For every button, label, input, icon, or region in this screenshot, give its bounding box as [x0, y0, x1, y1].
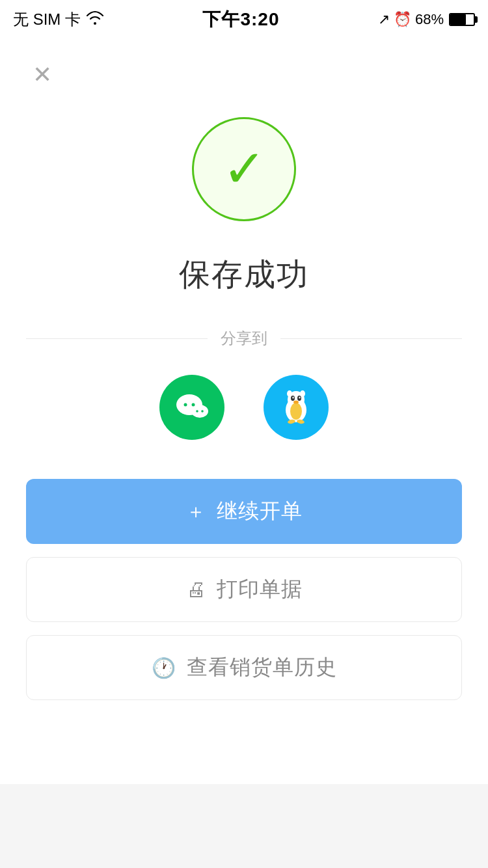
svg-point-12 [299, 397, 300, 399]
success-title: 保存成功 [179, 254, 309, 295]
action-buttons: ＋ 继续开单 🖨 打印单据 🕐 查看销货单历史 [26, 479, 462, 700]
continue-button[interactable]: ＋ 继续开单 [26, 479, 462, 544]
close-icon: ✕ [33, 63, 52, 87]
close-button[interactable]: ✕ [26, 59, 59, 91]
status-left: 无 SIM 卡 [13, 9, 104, 30]
svg-point-17 [300, 390, 305, 397]
svg-point-3 [192, 403, 195, 407]
share-section: 分享到 [26, 328, 462, 440]
svg-point-16 [287, 390, 292, 397]
location-icon: ↗ [378, 11, 390, 28]
svg-point-13 [293, 401, 299, 404]
share-qq-button[interactable] [264, 375, 329, 440]
print-label: 打印单据 [217, 575, 303, 604]
wechat-icon [172, 388, 211, 427]
svg-point-2 [184, 403, 187, 407]
print-button[interactable]: 🖨 打印单据 [26, 557, 462, 622]
bottom-area [0, 784, 488, 868]
share-divider: 分享到 [26, 328, 462, 349]
share-icons [26, 375, 462, 440]
qq-icon [277, 388, 316, 427]
svg-point-8 [290, 403, 302, 420]
print-icon: 🖨 [186, 578, 206, 601]
continue-label: 继续开单 [217, 497, 303, 526]
battery-icon [448, 13, 475, 26]
share-wechat-button[interactable] [159, 375, 224, 440]
plus-icon: ＋ [186, 498, 206, 525]
share-label: 分享到 [221, 328, 267, 349]
status-time: 下午3:20 [202, 7, 279, 32]
wifi-icon [86, 10, 104, 29]
checkmark-icon: ✓ [223, 143, 266, 195]
history-button[interactable]: 🕐 查看销货单历史 [26, 635, 462, 700]
history-label: 查看销货单历史 [187, 653, 337, 682]
status-right: ↗ ⏰ 68% [378, 11, 475, 28]
battery-percent: 68% [415, 11, 444, 28]
status-bar: 无 SIM 卡 下午3:20 ↗ ⏰ 68% [0, 0, 488, 39]
main-content: ✕ ✓ 保存成功 分享到 [0, 39, 488, 784]
svg-point-1 [191, 405, 208, 418]
svg-point-5 [201, 410, 204, 413]
success-circle: ✓ [192, 117, 296, 221]
history-icon: 🕐 [152, 657, 176, 679]
svg-point-11 [292, 397, 293, 399]
alarm-icon: ⏰ [394, 11, 411, 28]
svg-point-4 [196, 410, 198, 413]
carrier-text: 无 SIM 卡 [13, 9, 81, 30]
